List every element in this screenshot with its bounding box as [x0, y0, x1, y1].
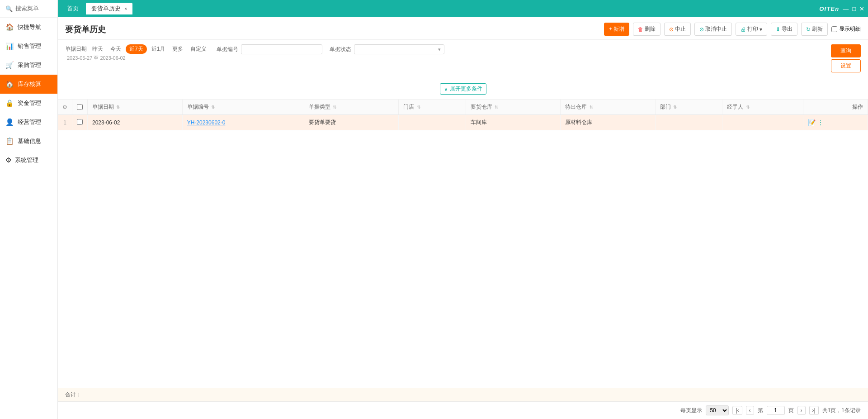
th-type[interactable]: 单据类型 ⇅	[304, 100, 399, 115]
close-window-btn[interactable]: ✕	[859, 5, 864, 12]
query-button[interactable]: 查询	[831, 44, 861, 57]
export-button[interactable]: ⬇ 导出	[771, 23, 797, 36]
sidebar-item-basic-info[interactable]: 📋 基础信息	[0, 132, 57, 151]
th-dept[interactable]: 部门 ⇅	[655, 100, 722, 115]
print-button[interactable]: 🖨 打印 ▾	[736, 23, 767, 36]
main-area: 首页 要货单历史 × OfTEn — □ ✕ 要货单历史 + 新增 🗑 删除 ⊘	[58, 0, 868, 419]
sidebar-item-purchase[interactable]: 🛒 采购管理	[0, 56, 57, 75]
delete-icon: 🗑	[638, 26, 643, 33]
bill-table: ⚙ 单据日期 ⇅ 单据编号 ⇅ 单据类型	[58, 100, 868, 130]
th-store[interactable]: 门店 ⇅	[399, 100, 466, 115]
row-type: 要货单要货	[304, 115, 399, 130]
topbar: 首页 要货单历史 × OfTEn — □ ✕	[58, 0, 868, 17]
basic-info-icon: 📋	[5, 137, 14, 145]
refresh-button[interactable]: ↻ 刷新	[801, 23, 828, 36]
sidebar-search[interactable]: 🔍 搜索菜单	[0, 0, 57, 18]
table-wrapper: ⚙ 单据日期 ⇅ 单据编号 ⇅ 单据类型	[58, 100, 868, 388]
purchase-icon: 🛒	[5, 61, 14, 69]
date-btn-1month[interactable]: 近1月	[149, 44, 168, 54]
date-btn-yesterday[interactable]: 昨天	[90, 44, 106, 54]
expand-more-btn[interactable]: ∨ 展开更多条件	[440, 83, 486, 95]
select-all-checkbox[interactable]	[77, 104, 83, 110]
row-date: 2023-06-02	[88, 115, 183, 130]
settings-button[interactable]: 设置	[831, 59, 861, 72]
sidebar: 🔍 搜索菜单 🏠 快捷导航 📊 销售管理 🛒 采购管理 🏠 库存核算 🔒 资金管…	[0, 0, 58, 419]
bill-number-filter: 单据编号	[217, 44, 322, 54]
print-icon: 🖨	[741, 26, 746, 33]
row-pen-wh: 原材料仓库	[561, 115, 656, 130]
operations-icon: 👤	[5, 118, 14, 126]
sort-dept-icon: ⇅	[673, 105, 677, 110]
page-size-select[interactable]: 50 10 20 100	[706, 405, 729, 415]
brand-label: OfTEn	[819, 5, 839, 12]
display-detail-toggle[interactable]: 显示明细	[831, 25, 861, 33]
bill-status-filter: 单据状态	[330, 44, 444, 54]
maximize-btn[interactable]: □	[852, 5, 856, 12]
row-num: 1	[58, 115, 72, 130]
last-page-btn[interactable]: ›|	[809, 406, 819, 415]
print-dropdown-icon: ▾	[760, 26, 762, 33]
display-detail-checkbox[interactable]	[831, 26, 837, 32]
tab-home[interactable]: 首页	[61, 3, 84, 14]
th-request-wh[interactable]: 要货仓库 ⇅	[466, 100, 561, 115]
sidebar-item-finance[interactable]: 🔒 资金管理	[0, 94, 57, 113]
home-icon: 🏠	[5, 23, 14, 31]
toolbar: + 新增 🗑 删除 ⊘ 中止 ⊘ 取消中止 🖨 打印 ▾	[604, 23, 861, 36]
topbar-right: OfTEn — □ ✕	[819, 5, 864, 12]
tab-close-icon[interactable]: ×	[124, 6, 127, 11]
th-handler[interactable]: 经手人 ⇅	[722, 100, 803, 115]
page-input[interactable]	[767, 406, 785, 415]
prev-page-btn[interactable]: ‹	[746, 406, 754, 415]
bill-status-select[interactable]	[354, 44, 444, 54]
sort-req-wh-icon: ⇅	[495, 105, 498, 110]
th-settings[interactable]: ⚙	[58, 100, 72, 115]
row-number[interactable]: YH-20230602-0	[182, 115, 304, 130]
th-pending-wh[interactable]: 待出仓库 ⇅	[561, 100, 656, 115]
page-label: 第	[758, 407, 763, 414]
page-suffix: 页	[788, 407, 794, 414]
date-options: 昨天 今天 近7天 近1月 更多 自定义	[90, 44, 209, 54]
sidebar-item-sales[interactable]: 📊 销售管理	[0, 37, 57, 56]
sidebar-item-sys-mgmt[interactable]: ⚙ 系统管理	[0, 151, 57, 170]
row-req-wh: 车间库	[466, 115, 561, 130]
row-store	[399, 115, 466, 130]
expand-icon: ∨	[444, 86, 448, 92]
row-more-icon[interactable]: ⋮	[817, 119, 824, 126]
minimize-btn[interactable]: —	[843, 5, 849, 12]
table-header-row: ⚙ 单据日期 ⇅ 单据编号 ⇅ 单据类型	[58, 100, 868, 115]
sidebar-item-operations[interactable]: 👤 经营管理	[0, 113, 57, 132]
cancel-stop-button[interactable]: ⊘ 取消中止	[694, 23, 732, 36]
date-btn-today[interactable]: 今天	[108, 44, 124, 54]
date-btn-7days[interactable]: 近7天	[126, 44, 147, 54]
filter-bar: 单据日期 昨天 今天 近7天 近1月 更多 自定义 2023-05-27 至 2…	[58, 40, 868, 100]
sort-pen-wh-icon: ⇅	[590, 105, 593, 110]
sales-icon: 📊	[5, 42, 14, 50]
first-page-btn[interactable]: |‹	[732, 406, 742, 415]
tab-bill-history[interactable]: 要货单历史 ×	[86, 3, 132, 14]
sidebar-item-quick-nav[interactable]: 🏠 快捷导航	[0, 18, 57, 37]
th-action: 操作	[803, 100, 868, 115]
table-row[interactable]: 1 2023-06-02 YH-20230602-0 要货单要货 车间库 原材料…	[58, 115, 868, 130]
row-edit-icon[interactable]: 📝	[808, 119, 816, 126]
sys-icon: ⚙	[5, 156, 11, 164]
sort-store-icon: ⇅	[417, 105, 420, 110]
sidebar-item-inventory[interactable]: 🏠 库存核算	[0, 75, 57, 94]
sort-type-icon: ⇅	[333, 105, 336, 110]
date-range-display: 2023-05-27 至 2023-06-02	[67, 55, 209, 62]
next-page-btn[interactable]: ›	[797, 406, 806, 415]
delete-button[interactable]: 🗑 删除	[633, 23, 660, 36]
bill-number-input[interactable]	[241, 44, 322, 54]
th-date[interactable]: 单据日期 ⇅	[88, 100, 183, 115]
new-button[interactable]: + 新增	[604, 23, 629, 36]
row-checkbox-cell[interactable]	[72, 115, 88, 130]
row-checkbox[interactable]	[77, 119, 83, 125]
th-checkbox[interactable]	[72, 100, 88, 115]
stop-button[interactable]: ⊘ 中止	[664, 23, 691, 36]
row-dept	[655, 115, 722, 130]
date-btn-more[interactable]: 更多	[170, 44, 186, 54]
inventory-icon: 🏠	[5, 80, 14, 88]
date-btn-custom[interactable]: 自定义	[188, 44, 209, 54]
th-number[interactable]: 单据编号 ⇅	[182, 100, 304, 115]
row-handler	[722, 115, 803, 130]
cancel-stop-icon: ⊘	[699, 26, 704, 33]
